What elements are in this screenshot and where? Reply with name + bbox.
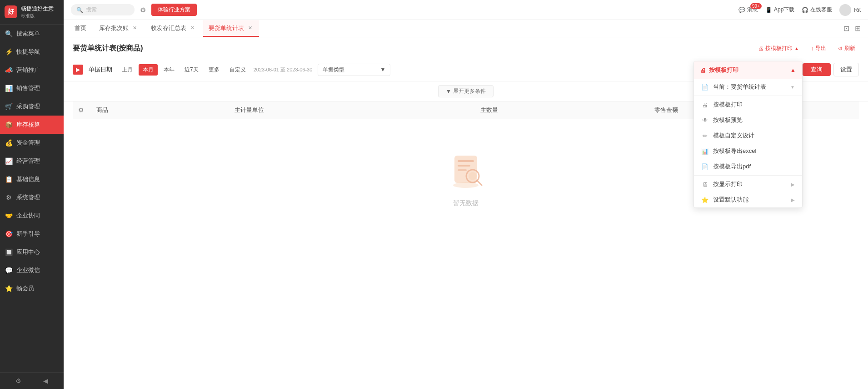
footer-collapse-icon[interactable]: ◀ [43, 377, 48, 384]
sidebar-item-quicknav[interactable]: ⚡ 快捷导航 [0, 43, 64, 61]
tab-home[interactable]: 首页 [69, 20, 92, 37]
table-col-quantity: 主数量 [475, 101, 649, 119]
set-default-chevron-icon: ▶ [791, 197, 795, 202]
appstore-icon: 🔲 [5, 248, 13, 256]
export-btn[interactable]: ↑ 导出 [807, 43, 830, 54]
filter-expand-icon[interactable]: ▶ [73, 65, 83, 75]
set-default-icon: ⭐ [701, 196, 708, 203]
date-btn-this-month[interactable]: 本月 [139, 64, 158, 76]
sidebar-item-guide[interactable]: 🎯 新手引导 [0, 225, 64, 243]
user-avatar [839, 4, 851, 16]
headset-icon: 🎧 [802, 7, 808, 13]
print-template-btn[interactable]: 🖨 按模板打印 ▲ 🖨 按模板打印 ▲ [754, 43, 803, 54]
sidebar-item-appstore[interactable]: 🔲 应用中心 [0, 243, 64, 261]
dropdown-item-export-pdf[interactable]: 📄 按模板导出pdf [694, 159, 802, 174]
tab-close-receivables-summary[interactable]: ✕ [189, 25, 196, 31]
user-name: Rit [854, 7, 861, 13]
table-settings-icon[interactable]: ⚙ [78, 106, 84, 114]
main-area: 🔍 搜索 ⚙ 体验行业方案 💬 消息 99+ 📱 App下载 🎧 在线客服 Ri… [64, 0, 868, 389]
empty-text: 暂无数据 [453, 199, 479, 207]
printer-icon: 🖨 [758, 45, 763, 52]
tab-inventory-batch[interactable]: 库存批次账 ✕ [94, 20, 144, 37]
purchase-icon: 🛒 [5, 102, 13, 111]
topbar-gear-icon[interactable]: ⚙ [140, 6, 146, 14]
date-btn-custom[interactable]: 自定义 [225, 64, 250, 76]
dropdown-item-set-default[interactable]: ⭐ 设置默认功能 ▶ [694, 192, 802, 207]
sidebar-item-operations[interactable]: 📈 经营管理 [0, 152, 64, 170]
quicknav-icon: ⚡ [5, 48, 13, 56]
system-icon: ⚙ [5, 193, 13, 202]
date-btn-this-year[interactable]: 本年 [160, 64, 179, 76]
date-btn-7days[interactable]: 近7天 [180, 64, 203, 76]
sidebar-item-collab[interactable]: 🤝 企业协同 [0, 207, 64, 225]
settings-btn[interactable]: 设置 [833, 63, 859, 76]
footer-settings-icon[interactable]: ⚙ [15, 377, 21, 384]
sidebar-item-system[interactable]: ⚙ 系统管理 [0, 188, 64, 207]
table-col-unit: 主计量单位 [229, 101, 475, 119]
dropdown-divider-1 [694, 96, 802, 96]
tab-close-inventory-batch[interactable]: ✕ [131, 25, 138, 31]
current-template-icon: 📄 [701, 83, 708, 91]
template-preview-icon: 👁 [701, 116, 708, 124]
dropdown-item-export-excel[interactable]: 📊 按模板导出excel [694, 143, 802, 159]
dropdown-current-template[interactable]: 📄 当前：要货单统计表 ▼ [694, 79, 802, 95]
app-name: 畅捷通好生意 标准版 [21, 5, 54, 19]
wechat-icon: 💬 [5, 266, 13, 274]
dropdown-header-printer-icon: 🖨 [700, 67, 706, 74]
dropdown-item-template-preview[interactable]: 👁 按模板预览 [694, 112, 802, 128]
tab-receivables-summary[interactable]: 收发存汇总表 ✕ [145, 20, 201, 37]
svg-rect-4 [458, 169, 467, 171]
tab-order-stats[interactable]: 要货单统计表 ✕ [203, 20, 259, 37]
sidebar-item-sales[interactable]: 📊 销售管理 [0, 79, 64, 97]
dropdown-header: 🖨 按模板打印 ▲ [694, 61, 802, 79]
trial-btn[interactable]: 体验行业方案 [151, 4, 197, 16]
date-btn-more[interactable]: 更多 [205, 64, 224, 76]
page-content: 要货单统计表(按商品) 🖨 按模板打印 ▲ 🖨 按模板打印 ▲ [64, 37, 868, 389]
topbar-search[interactable]: 🔍 搜索 [71, 4, 135, 15]
dropdown-item-template-print[interactable]: 🖨 按模板打印 [694, 97, 802, 112]
expand-more-icon: ▼ [446, 88, 451, 95]
member-icon: ⭐ [5, 284, 13, 293]
date-btn-last-month[interactable]: 上月 [118, 64, 137, 76]
sidebar-item-member[interactable]: ⭐ 畅会员 [0, 279, 64, 298]
print-dropdown: 🖨 按模板打印 ▲ 📄 当前：要货单统计表 ▼ [693, 61, 803, 208]
tab-close-order-stats[interactable]: ✕ [247, 25, 254, 31]
message-action[interactable]: 💬 消息 99+ [738, 6, 758, 14]
app-download-icon: 📱 [765, 7, 772, 13]
operations-icon: 📈 [5, 157, 13, 165]
inventory-icon: 📦 [5, 121, 13, 129]
sidebar-item-basic[interactable]: 📋 基础信息 [0, 170, 64, 188]
sidebar-item-search[interactable]: 🔍 搜索菜单 [0, 25, 64, 43]
svg-rect-2 [458, 160, 474, 162]
collab-icon: 🤝 [5, 212, 13, 220]
nav-menu: 🔍 搜索菜单 ⚡ 快捷导航 📣 营销推广 📊 销售管理 🛒 采购管理 📦 库存核… [0, 25, 64, 372]
logo-icon: 好 [5, 5, 17, 18]
basic-icon: 📋 [5, 175, 13, 183]
sidebar-item-wechat[interactable]: 💬 企业微信 [0, 261, 64, 279]
sidebar-item-marketing[interactable]: 📣 营销推广 [0, 61, 64, 79]
page-actions: 🖨 按模板打印 ▲ 🖨 按模板打印 ▲ [754, 43, 859, 54]
sidebar-item-purchase[interactable]: 🛒 采购管理 [0, 97, 64, 116]
user-area[interactable]: Rit [839, 4, 861, 16]
dropdown-item-display-print[interactable]: 🖥 按显示打印 ▶ [694, 177, 802, 192]
table-col-settings: ⚙ [73, 101, 91, 119]
query-btn[interactable]: 查询 [803, 63, 831, 76]
tab-restore-icon[interactable]: ⊡ [842, 22, 851, 35]
guide-icon: 🎯 [5, 230, 13, 238]
template-print-icon: 🖨 [701, 101, 708, 108]
dropdown-close-icon[interactable]: ▲ [790, 67, 796, 73]
refresh-btn[interactable]: ↺ 刷新 [834, 43, 859, 54]
search-icon: 🔍 [5, 30, 13, 38]
expand-more-btn[interactable]: ▼ 展开更多条件 [438, 85, 494, 97]
app-download-action[interactable]: 📱 App下载 [765, 6, 794, 14]
bill-type-select[interactable]: 单据类型 ▼ [318, 64, 390, 76]
dropdown-divider-2 [694, 175, 802, 176]
table-col-goods: 商品 [91, 101, 229, 119]
tab-maximize-icon[interactable]: ⊞ [853, 22, 863, 35]
sidebar-item-finance[interactable]: 💰 资金管理 [0, 134, 64, 152]
online-service-action[interactable]: 🎧 在线客服 [802, 6, 832, 14]
pdf-icon: 📄 [701, 163, 708, 170]
dropdown-item-template-design[interactable]: ✏ 模板自定义设计 [694, 128, 802, 143]
sidebar-item-inventory[interactable]: 📦 库存核算 [0, 116, 64, 134]
export-icon: ↑ [811, 45, 813, 52]
